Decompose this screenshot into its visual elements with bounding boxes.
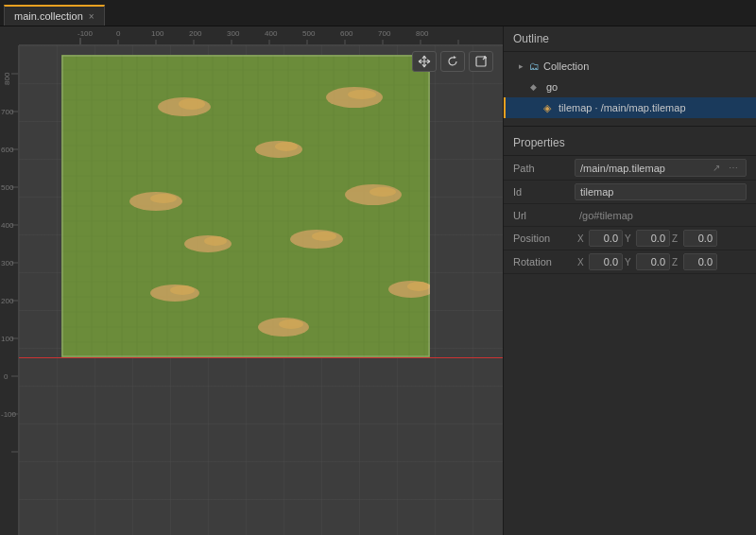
svg-point-100 xyxy=(204,236,227,246)
prop-row-rotation: Rotation X 0.0 Y 0.0 Z 0.0 xyxy=(504,250,756,274)
svg-text:400: 400 xyxy=(265,29,278,38)
tree-item-collection[interactable]: ▸ 🗂 Collection xyxy=(504,56,756,77)
url-label: Url xyxy=(513,210,575,221)
svg-text:300: 300 xyxy=(1,259,14,268)
url-value: /go#tilemap xyxy=(575,208,747,223)
rot-x-axis: X xyxy=(577,257,587,268)
svg-point-98 xyxy=(369,187,396,197)
id-value[interactable]: tilemap xyxy=(575,183,747,200)
rotation-x-field[interactable]: 0.0 xyxy=(589,253,623,270)
move-tool-button[interactable] xyxy=(412,51,437,72)
svg-point-108 xyxy=(279,319,303,329)
path-label: Path xyxy=(513,163,575,174)
rotation-label: Rotation xyxy=(513,256,575,268)
svg-text:500: 500 xyxy=(302,29,316,38)
pos-x-axis: X xyxy=(577,233,587,244)
properties-section: Properties Path /main/map.tilemap ↗ ⋯ Id… xyxy=(504,130,756,535)
tree-item-tilemap[interactable]: ◈ tilemap · /main/map.tilemap xyxy=(504,97,756,118)
pos-z-axis: Z xyxy=(672,233,681,244)
panel-divider-1 xyxy=(504,126,756,127)
tilemap-viewport[interactable] xyxy=(61,55,430,357)
svg-point-96 xyxy=(150,194,177,203)
position-y-field[interactable]: 0.0 xyxy=(636,230,670,247)
svg-point-102 xyxy=(312,232,336,241)
svg-text:200: 200 xyxy=(189,29,202,38)
outline-tree: ▸ 🗂 Collection ◆ go ◈ tilemap · /main/ma… xyxy=(504,52,756,122)
svg-text:400: 400 xyxy=(1,221,14,230)
svg-text:300: 300 xyxy=(227,29,240,38)
right-panel: Outline ▸ 🗂 Collection ◆ go ◈ tilemap · … xyxy=(503,26,756,535)
rot-z-axis: Z xyxy=(672,257,681,268)
svg-text:800: 800 xyxy=(3,72,11,85)
tree-item-go[interactable]: ◆ go xyxy=(504,77,756,97)
origin-h-line xyxy=(19,357,503,358)
collection-icon: 🗂 xyxy=(529,60,540,72)
main-area: -100 0 100 200 300 400 500 600 700 800 xyxy=(0,26,756,535)
svg-text:-100: -100 xyxy=(77,29,94,38)
svg-point-104 xyxy=(170,285,195,295)
tab-label: main.collection xyxy=(14,10,83,22)
rotation-y-field[interactable]: 0.0 xyxy=(636,253,670,270)
outline-header: Outline xyxy=(504,26,756,52)
editor-toolbar xyxy=(412,51,493,72)
tab-main-collection[interactable]: main.collection × xyxy=(4,5,105,26)
position-label: Position xyxy=(513,233,575,244)
pos-y-axis: Y xyxy=(625,233,634,244)
rotate-tool-button[interactable] xyxy=(440,51,465,72)
path-navigate-button[interactable]: ↗ xyxy=(710,162,723,174)
collection-label: Collection xyxy=(543,60,589,72)
svg-point-92 xyxy=(348,90,376,99)
id-label: Id xyxy=(513,186,575,198)
svg-point-90 xyxy=(179,98,205,110)
tab-close-button[interactable]: × xyxy=(89,11,94,22)
svg-text:700: 700 xyxy=(378,29,391,38)
position-coords: X 0.0 Y 0.0 Z 0.0 xyxy=(577,230,747,247)
path-icons: ↗ ⋯ xyxy=(710,162,741,174)
svg-text:500: 500 xyxy=(1,183,14,192)
expand-icon-go: ◆ xyxy=(530,82,537,92)
svg-text:700: 700 xyxy=(1,108,14,116)
ruler-left: 800 700 600 500 400 300 200 100 0 -100 xyxy=(0,45,19,535)
tilemap-icon: ◈ xyxy=(543,102,551,114)
editor-panel: -100 0 100 200 300 400 500 600 700 800 xyxy=(0,26,503,535)
position-x-field[interactable]: 0.0 xyxy=(589,230,623,247)
properties-header: Properties xyxy=(504,130,756,156)
svg-text:0: 0 xyxy=(116,29,121,38)
svg-text:600: 600 xyxy=(340,29,353,38)
scale-tool-button[interactable] xyxy=(469,51,493,72)
svg-point-94 xyxy=(275,142,298,151)
rotation-coords: X 0.0 Y 0.0 Z 0.0 xyxy=(577,253,747,270)
svg-text:100: 100 xyxy=(1,335,14,343)
path-value[interactable]: /main/map.tilemap ↗ ⋯ xyxy=(575,159,747,177)
svg-text:200: 200 xyxy=(1,297,14,305)
svg-point-106 xyxy=(407,282,430,291)
canvas-area[interactable] xyxy=(19,45,503,535)
ruler-corner xyxy=(0,26,19,45)
rot-y-axis: Y xyxy=(625,257,634,268)
svg-text:100: 100 xyxy=(151,29,164,38)
ruler-top: -100 0 100 200 300 400 500 600 700 800 xyxy=(19,26,503,45)
path-menu-button[interactable]: ⋯ xyxy=(726,162,741,174)
prop-row-position: Position X 0.0 Y 0.0 Z 0.0 xyxy=(504,227,756,250)
tab-bar: main.collection × xyxy=(0,0,756,26)
svg-text:600: 600 xyxy=(1,146,14,154)
go-label: go xyxy=(546,81,558,93)
position-z-field[interactable]: 0.0 xyxy=(683,230,717,247)
expand-icon: ▸ xyxy=(519,61,524,71)
svg-text:-100: -100 xyxy=(1,410,17,419)
rotation-z-field[interactable]: 0.0 xyxy=(683,253,717,270)
svg-text:800: 800 xyxy=(416,29,429,38)
prop-row-url: Url /go#tilemap xyxy=(504,204,756,227)
tilemap-label: tilemap · /main/map.tilemap xyxy=(558,102,686,113)
svg-text:0: 0 xyxy=(4,372,9,381)
prop-row-path: Path /main/map.tilemap ↗ ⋯ xyxy=(504,156,756,181)
prop-row-id: Id tilemap xyxy=(504,181,756,204)
